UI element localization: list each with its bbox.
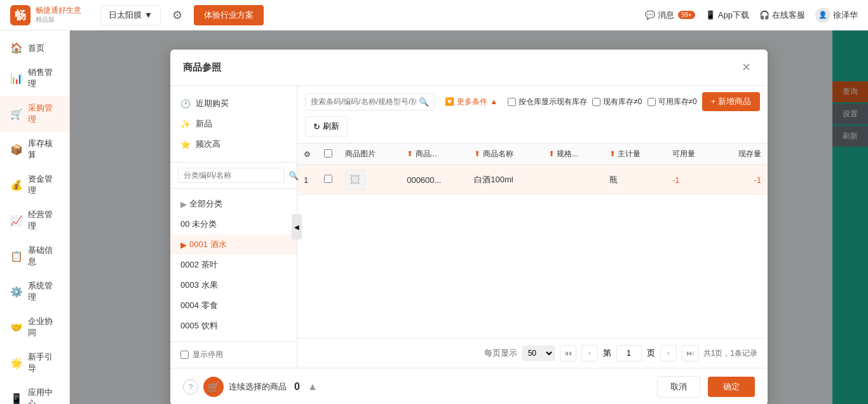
category-0002[interactable]: 0002 茶叶 <box>170 255 297 275</box>
finance-icon: 💰 <box>10 179 23 191</box>
checkbox-current-stock[interactable]: 现有库存≠0 <box>592 97 642 107</box>
more-filter-button[interactable]: 🔽 更多条件 ▲ <box>440 93 503 111</box>
available-stock-label: 可用库存≠0 <box>658 97 697 107</box>
refresh-button[interactable]: ↻ 刷新 <box>305 116 348 137</box>
pagination: 每页显示 50 20 100 ⏮ ‹ 第 页 › <box>297 338 768 368</box>
search-icon[interactable]: 🔍 <box>419 97 429 107</box>
category-0004[interactable]: 0004 零食 <box>170 295 297 316</box>
current-stock-checkbox[interactable] <box>592 98 600 106</box>
sidebar-item-enterprise[interactable]: 🤝 企业协同 <box>0 309 69 345</box>
category-search-input[interactable] <box>178 168 285 183</box>
col-spec[interactable]: ⬆ 规格... <box>542 144 603 165</box>
category-0005[interactable]: 0005 饮料 <box>170 316 297 336</box>
app-dl-label: App下载 <box>718 10 749 21</box>
filter-label: 更多条件 <box>457 97 487 107</box>
col-checkbox[interactable] <box>318 144 339 165</box>
sidebar-item-inventory[interactable]: 📦 库存核算 <box>0 131 69 167</box>
message-label: 消息 <box>658 10 674 21</box>
chevron-down-icon: ▼ <box>144 10 153 20</box>
nav-online-service[interactable]: 🎧 在线客服 <box>759 10 805 21</box>
product-search-input[interactable] <box>311 97 416 106</box>
sidebar-item-finance[interactable]: 💰 资金管理 <box>0 167 69 203</box>
last-page-button[interactable]: ⏭ <box>682 345 698 361</box>
fold-button[interactable]: ▲ <box>305 379 320 395</box>
quick-link-frequent[interactable]: ⭐ 频次高 <box>170 134 297 154</box>
store-selector[interactable]: 日太阳膜 ▼ <box>100 5 161 25</box>
show-disabled-label[interactable]: 显示停用 <box>193 349 223 360</box>
clock-icon: 🕐 <box>180 99 191 109</box>
quick-link-recent[interactable]: 🕐 近期购买 <box>170 93 297 114</box>
settings-nav-button[interactable]: ⚙ <box>166 4 189 27</box>
inventory-icon: 📦 <box>10 144 23 156</box>
exp-btn[interactable]: 体验行业方案 <box>194 5 264 25</box>
category-0005-label: 0005 饮料 <box>180 320 218 332</box>
show-disabled-checkbox[interactable] <box>180 351 189 359</box>
row-checkbox[interactable] <box>324 175 332 183</box>
checkbox-available-stock[interactable]: 可用库存≠0 <box>648 97 697 107</box>
main-content: 查询 设置 刷新 商品参照 ✕ <box>70 30 868 404</box>
sidebar-item-base-info[interactable]: 📋 基础信息 <box>0 238 69 274</box>
product-table-wrap: ⚙ 商品图片 ⬆ 商品... <box>297 144 768 338</box>
top-nav: 畅 畅捷通好生意 精品版 日太阳膜 ▼ ⚙ 体验行业方案 💬 消息 99+ 📱 … <box>0 0 868 30</box>
first-page-button[interactable]: ⏮ <box>560 345 576 361</box>
page-number-input[interactable] <box>616 345 642 361</box>
select-all-checkbox[interactable] <box>324 149 332 158</box>
per-page-select[interactable]: 50 20 100 <box>522 346 555 361</box>
cancel-button[interactable]: 取消 <box>657 376 700 398</box>
col-unit[interactable]: ⬆ 主计量 <box>603 144 666 165</box>
product-search-box: 🔍 <box>305 93 435 111</box>
category-0008[interactable]: 0008 水 <box>170 336 297 341</box>
row-select[interactable] <box>318 165 339 195</box>
username: 徐泽华 <box>833 10 858 21</box>
system-icon: ⚙️ <box>10 286 23 298</box>
sort-name-icon: ⬆ <box>474 149 480 158</box>
category-0003[interactable]: 0003 水果 <box>170 275 297 295</box>
store-name: 日太阳膜 <box>109 10 142 21</box>
col-stock: 现存量 <box>717 144 768 165</box>
prev-page-button[interactable]: ‹ <box>581 345 598 361</box>
nav-app-download[interactable]: 📱 App下载 <box>705 10 749 21</box>
confirm-button[interactable]: 确定 <box>708 377 755 397</box>
checkbox-warehouse-stock[interactable]: 按仓库显示现有库存 <box>508 97 587 107</box>
sidebar-item-system[interactable]: ⚙️ 系统管理 <box>0 274 69 309</box>
sidebar-item-appstore[interactable]: 📱 应用中心 <box>0 380 69 404</box>
new-icon: ✨ <box>180 119 191 129</box>
sidebar-item-operations[interactable]: 📈 经营管理 <box>0 203 69 238</box>
headset-icon: 🎧 <box>759 10 770 20</box>
sidebar-item-purchase[interactable]: 🛒 采购管理 <box>0 96 69 131</box>
sidebar-label-finance: 资金管理 <box>28 173 59 196</box>
sidebar-label-sales: 销售管理 <box>28 67 59 90</box>
page-total: 共1页，1条记录 <box>703 348 757 359</box>
warehouse-stock-checkbox[interactable] <box>508 98 516 106</box>
sidebar-label-home: 首页 <box>28 43 44 54</box>
nav-user[interactable]: 👤 徐泽华 <box>815 8 858 23</box>
page-label: 第 <box>603 347 611 359</box>
sidebar-item-sales[interactable]: 📊 销售管理 <box>0 60 69 96</box>
col-name[interactable]: ⬆ 商品名称 <box>468 144 541 165</box>
sort-spec-icon: ⬆ <box>548 149 555 158</box>
table-row[interactable]: 1 🖼 000600... 白酒100ml <box>297 165 768 195</box>
sidebar-label-guide: 新手引导 <box>28 351 59 374</box>
current-stock-label: 现有库存≠0 <box>603 97 642 107</box>
add-product-button[interactable]: + 新增商品 <box>702 92 760 111</box>
product-thumbnail: 🖼 <box>345 170 365 190</box>
collapse-panel-button[interactable]: ◀ <box>292 214 302 239</box>
help-icon[interactable]: ? <box>183 379 198 394</box>
col-settings[interactable]: ⚙ <box>297 144 318 165</box>
category-00[interactable]: 00 未分类 <box>170 214 297 234</box>
row-num: 1 <box>297 165 318 195</box>
footer-cart: ? 🛒 连续选择的商品 0 ▲ <box>183 377 649 397</box>
quick-link-frequent-label: 频次高 <box>196 138 220 150</box>
category-search-icon[interactable]: 🔍 <box>288 171 299 180</box>
available-stock-checkbox[interactable] <box>648 98 656 106</box>
category-all[interactable]: ▶ 全部分类 <box>170 194 297 214</box>
modal-close-button[interactable]: ✕ <box>737 58 755 76</box>
col-code[interactable]: ⬆ 商品... <box>400 144 468 165</box>
filter-icon: 🔽 <box>445 97 454 106</box>
category-0001[interactable]: ▶ 0001 酒水 <box>170 234 297 255</box>
next-page-button[interactable]: › <box>660 345 677 361</box>
sidebar-item-home[interactable]: 🏠 首页 <box>0 36 69 60</box>
sidebar-item-guide[interactable]: 🌟 新手引导 <box>0 345 69 380</box>
quick-link-new[interactable]: ✨ 新品 <box>170 114 297 134</box>
nav-message[interactable]: 💬 消息 99+ <box>645 10 695 21</box>
